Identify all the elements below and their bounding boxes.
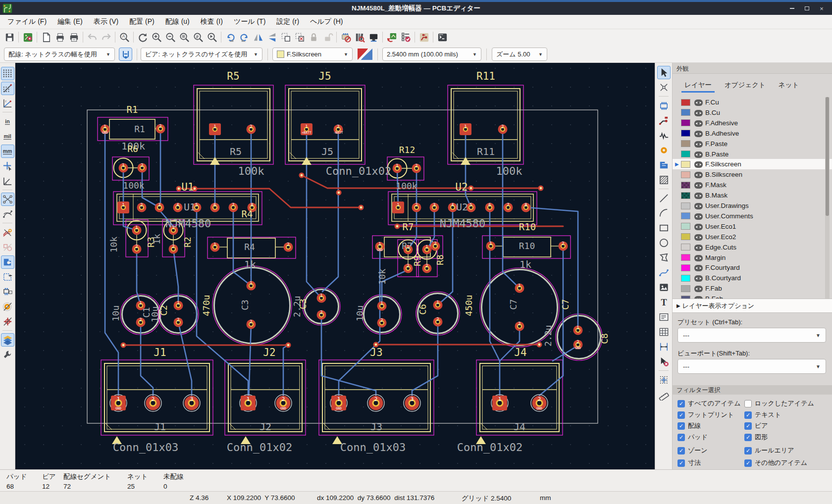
- layer-visibility-eye-icon[interactable]: [694, 109, 703, 116]
- layer-color-swatch[interactable]: [681, 233, 690, 240]
- filter-フットプリント[interactable]: ✓フットプリント: [677, 410, 734, 419]
- layer-visibility-eye-icon[interactable]: [694, 141, 703, 147]
- zoom-selection-icon[interactable]: [205, 30, 219, 44]
- properties-panel-icon[interactable]: [1, 348, 14, 361]
- menu-ファイル[interactable]: ファイル (F): [2, 15, 52, 28]
- filter-ロックしたアイテム[interactable]: ロックしたアイテム: [744, 399, 814, 408]
- menu-配置[interactable]: 配置 (P): [124, 15, 160, 28]
- layer-row-F.Fab[interactable]: F.Fab: [673, 283, 832, 294]
- place-footprint-icon[interactable]: [657, 99, 671, 112]
- library-inspect-icon[interactable]: [353, 30, 366, 44]
- units-mils-icon[interactable]: mil: [1, 130, 14, 143]
- board-setup-icon[interactable]: [21, 30, 35, 44]
- menu-検査[interactable]: 検査 (I): [195, 15, 228, 28]
- layer-row-B.Mask[interactable]: B.Mask: [673, 190, 832, 201]
- zone-fill-icon[interactable]: [1, 255, 14, 269]
- via-size-select[interactable]: ビア: ネットクラスのサイズを使用▼: [141, 48, 262, 61]
- layer-color-swatch[interactable]: [681, 254, 690, 261]
- ratsnest-visibility-icon[interactable]: [1, 193, 14, 206]
- layer-color-swatch[interactable]: [681, 285, 690, 292]
- layer-row-F.Silkscreen[interactable]: ▶F.Silkscreen: [673, 159, 832, 169]
- draw-rule-area-icon[interactable]: [657, 173, 671, 187]
- checkbox-icon[interactable]: ✓: [677, 400, 685, 407]
- grid-origin-icon[interactable]: [657, 373, 671, 387]
- draw-circle-icon[interactable]: [657, 236, 671, 250]
- tracks-outline-icon[interactable]: [1, 226, 14, 239]
- layer-visibility-eye-icon[interactable]: [694, 182, 703, 188]
- measure-icon[interactable]: [657, 388, 671, 402]
- via-clearance-icon[interactable]: [1, 315, 14, 328]
- filter-ゾーン[interactable]: ✓ゾーン: [677, 446, 708, 455]
- place-text-icon[interactable]: T: [657, 296, 671, 309]
- appearance-manager-icon[interactable]: [1, 333, 14, 347]
- filter-テキスト[interactable]: ✓テキスト: [744, 410, 781, 419]
- rotate-cw-icon[interactable]: [237, 30, 251, 44]
- layer-color-swatch[interactable]: [681, 99, 690, 106]
- minimize-button[interactable]: [786, 4, 797, 13]
- close-button[interactable]: ×: [816, 4, 827, 13]
- checkbox-icon[interactable]: ✓: [744, 459, 752, 467]
- layer-visibility-eye-icon[interactable]: [694, 151, 703, 157]
- menu-ヘルプ[interactable]: ヘルプ (H): [305, 15, 348, 28]
- layer-row-B.Paste[interactable]: B.Paste: [673, 149, 832, 159]
- layer-row-B.Courtyard[interactable]: B.Courtyard: [673, 273, 832, 283]
- local-ratsnest-icon[interactable]: [657, 81, 671, 94]
- checkbox-icon[interactable]: ✓: [744, 447, 752, 454]
- layer-row-User.Drawings[interactable]: User.Drawings: [673, 201, 832, 211]
- zoom-in-icon[interactable]: [150, 30, 163, 44]
- viewport-select[interactable]: ---▼: [677, 359, 826, 374]
- polar-coordinates-icon[interactable]: r: [1, 97, 14, 110]
- place-textbox-icon[interactable]: [657, 310, 671, 324]
- tab-ネット[interactable]: ネット: [776, 77, 802, 94]
- hide-footprints-icon[interactable]: [339, 30, 353, 44]
- refresh-icon[interactable]: [136, 30, 150, 44]
- layer-color-swatch[interactable]: [681, 182, 690, 189]
- filter-図形[interactable]: ✓図形: [744, 433, 768, 442]
- checkbox-icon[interactable]: ✓: [677, 447, 685, 454]
- zoom-out-icon[interactable]: [163, 30, 177, 44]
- checkbox-icon[interactable]: ✓: [677, 459, 685, 467]
- layer-visibility-eye-icon[interactable]: [694, 254, 703, 261]
- layer-row-Margin[interactable]: Margin: [673, 252, 832, 263]
- units-inches-icon[interactable]: in: [1, 115, 14, 128]
- lock-icon[interactable]: [307, 30, 320, 44]
- layer-color-swatch[interactable]: [681, 192, 690, 199]
- layer-row-B.Cu[interactable]: B.Cu: [673, 107, 832, 118]
- delete-tool-icon[interactable]: [657, 355, 671, 368]
- layer-row-B.Adhesive[interactable]: B.Adhesive: [673, 128, 832, 139]
- layer-row-B.Silkscreen[interactable]: B.Silkscreen: [673, 169, 832, 180]
- find-icon[interactable]: A: [117, 30, 131, 44]
- layer-display-options[interactable]: ▶ レイヤー表示オプション: [673, 299, 832, 313]
- units-mm-icon[interactable]: mm: [1, 145, 14, 158]
- layer-color-swatch[interactable]: [681, 244, 690, 251]
- layer-color-swatch[interactable]: [681, 212, 690, 219]
- layer-visibility-eye-icon[interactable]: [694, 171, 703, 178]
- cursor-full-crosshair-icon[interactable]: [1, 159, 14, 173]
- place-via-icon[interactable]: [657, 144, 671, 157]
- layer-color-swatch[interactable]: [681, 161, 690, 168]
- dimension-icon[interactable]: [657, 340, 671, 353]
- draw-rectangle-icon[interactable]: [657, 221, 671, 235]
- grid-select[interactable]: 2.5400 mm (100.00 mils)▼: [382, 48, 481, 61]
- layer-visibility-eye-icon[interactable]: [694, 213, 703, 219]
- undo-icon[interactable]: [85, 30, 99, 44]
- pcb-canvas[interactable]: 121+BATT2-BATT121GND2312GND1GND2312GND12…: [15, 63, 655, 469]
- active-layer-select[interactable]: F.Silkscreen▼: [272, 48, 353, 61]
- menu-ツール[interactable]: ツール (T): [228, 15, 271, 28]
- layer-row-F.Adhesive[interactable]: F.Adhesive: [673, 118, 832, 128]
- layer-color-swatch[interactable]: [681, 264, 690, 271]
- layer-color-swatch[interactable]: [681, 202, 690, 209]
- layer-visibility-eye-icon[interactable]: [694, 244, 703, 251]
- flip-horizontal-icon[interactable]: [251, 30, 265, 44]
- menu-表示[interactable]: 表示 (V): [88, 15, 124, 28]
- tab-レイヤー[interactable]: レイヤー: [681, 77, 715, 94]
- layer-row-B.Fab[interactable]: B.Fab: [673, 294, 832, 299]
- track-width-select[interactable]: 配線: ネットクラスの幅を使用▼: [4, 48, 115, 61]
- layer-row-User.Eco2[interactable]: User.Eco2: [673, 232, 832, 242]
- layer-color-swatch[interactable]: [681, 130, 690, 137]
- auto-track-width-toggle[interactable]: [119, 48, 132, 61]
- draw-bezier-icon[interactable]: [657, 266, 671, 279]
- save-icon[interactable]: [2, 30, 16, 44]
- pads-outline-icon[interactable]: [1, 241, 14, 254]
- layer-row-F.Cu[interactable]: F.Cu: [673, 97, 832, 107]
